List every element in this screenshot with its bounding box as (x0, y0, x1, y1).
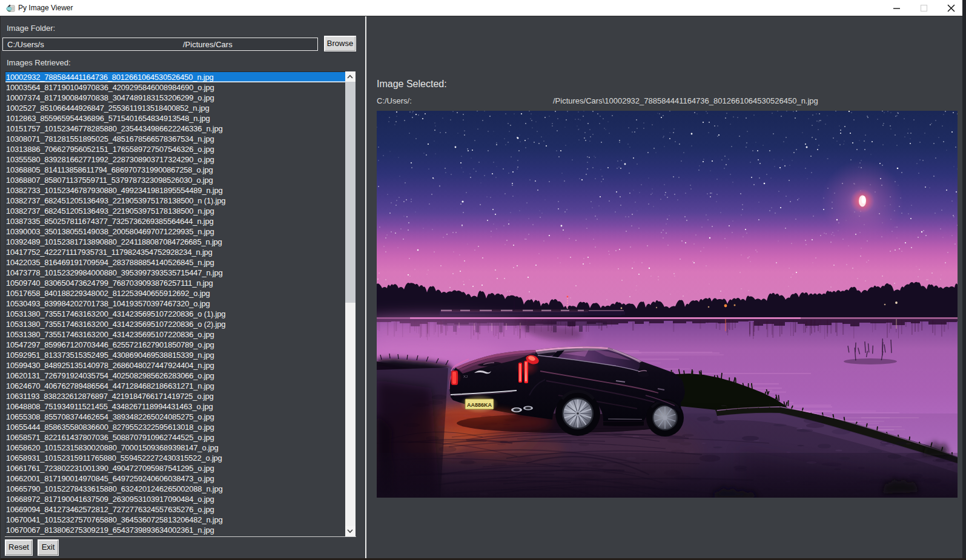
svg-text:AA886KA: AA886KA (467, 402, 492, 408)
svg-text:XJ: XJ (463, 375, 468, 378)
